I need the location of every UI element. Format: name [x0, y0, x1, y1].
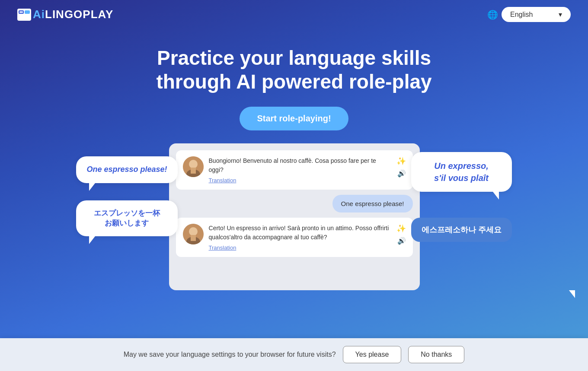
- yes-please-button[interactable]: Yes please: [343, 346, 402, 363]
- chat-message-ai-2: Certo! Un espresso in arrivo! Sarà pront…: [176, 218, 413, 257]
- bubbles-right: Un expresso,s'il vous plaît 에스프레소하나 주세요: [411, 152, 512, 242]
- speech-bubble-right-top: Un expresso,s'il vous plaît: [411, 152, 512, 192]
- logo-icon: [17, 9, 31, 21]
- speaker-icon-2[interactable]: 🔊: [397, 237, 406, 245]
- user-message-container: One espresso please!: [176, 195, 413, 212]
- svg-rect-2: [25, 10, 30, 14]
- sparkle-icon-1[interactable]: ✨: [396, 156, 406, 166]
- avatar-1: [183, 156, 204, 177]
- message-text-1: Buongiorno! Benvenuto al nostro caffè. C…: [209, 156, 391, 174]
- selected-language: English: [510, 11, 533, 19]
- message-content-1: Buongiorno! Benvenuto al nostro caffè. C…: [209, 156, 391, 184]
- message-content-2: Certo! Un espresso in arrivo! Sarà pront…: [209, 224, 391, 251]
- message-actions-2: ✨ 🔊: [396, 224, 406, 245]
- language-dropdown[interactable]: English ▾: [502, 7, 571, 22]
- language-selector[interactable]: 🌐 English ▾: [487, 7, 571, 22]
- speech-bubble-left-bottom: エスプレッソを一杯お願いします: [76, 200, 177, 237]
- svg-rect-10: [191, 235, 196, 241]
- hero-title: Practice your language skills through AI…: [9, 46, 579, 94]
- header: AiLINGOPLAY 🌐 English ▾: [0, 0, 588, 29]
- start-roleplay-button[interactable]: Start role-playing!: [240, 107, 348, 130]
- sparkle-icon-2[interactable]: ✨: [396, 224, 406, 233]
- svg-point-8: [189, 227, 198, 236]
- speech-bubble-right-bottom: 에스프레소하나 주세요: [411, 218, 512, 242]
- message-text-2: Certo! Un espresso in arrivo! Sarà pront…: [209, 224, 391, 242]
- svg-rect-6: [191, 168, 196, 174]
- chat-message-ai-1: Buongiorno! Benvenuto al nostro caffè. C…: [176, 150, 413, 190]
- chevron-down-icon: ▾: [559, 10, 562, 19]
- consent-bar: May we save your language settings to yo…: [0, 338, 588, 371]
- consent-text: May we save your language settings to yo…: [124, 351, 336, 358]
- avatar-2: [183, 224, 204, 244]
- logo-text: AiLINGOPLAY: [33, 8, 113, 21]
- translation-link-1[interactable]: Translation: [209, 177, 391, 184]
- chat-window: Buongiorno! Benvenuto al nostro caffè. C…: [169, 143, 420, 290]
- globe-icon: 🌐: [487, 10, 498, 20]
- hero-section: Practice your language skills through AI…: [0, 29, 588, 143]
- main-content: One espresso please! エスプレッソを一杯お願いします: [0, 143, 588, 290]
- translation-link-2[interactable]: Translation: [209, 244, 391, 251]
- no-thanks-button[interactable]: No thanks: [408, 346, 464, 363]
- bubbles-left: One espresso please! エスプレッソを一杯お願いします: [76, 156, 177, 236]
- logo: AiLINGOPLAY: [17, 8, 113, 21]
- user-message-1: One espresso please!: [332, 195, 413, 212]
- speaker-icon-1[interactable]: 🔊: [397, 169, 406, 178]
- speech-bubble-left-top: One espresso please!: [76, 156, 177, 183]
- message-actions-1: ✨ 🔊: [396, 156, 406, 178]
- svg-rect-1: [19, 11, 23, 13]
- svg-point-4: [189, 160, 198, 168]
